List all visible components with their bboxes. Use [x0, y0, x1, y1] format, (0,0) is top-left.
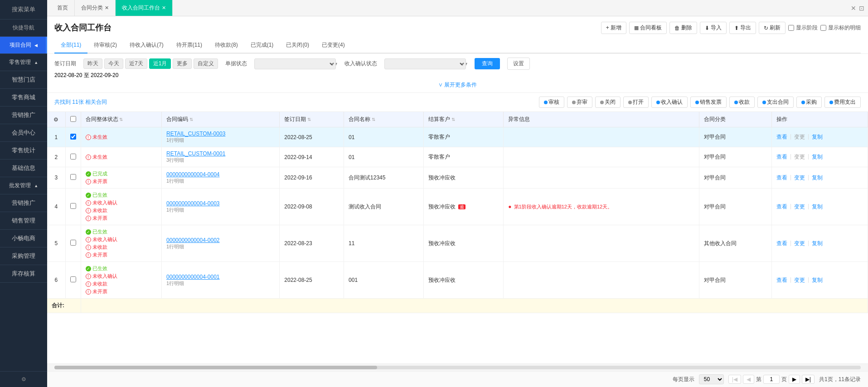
income-confirm-select[interactable]	[384, 58, 466, 69]
th-checkbox[interactable]	[65, 112, 81, 127]
window-maximize-icon[interactable]: ⊡	[859, 5, 864, 12]
sidebar-item-marketing2[interactable]: 营销推广	[0, 194, 47, 212]
date-btn-today[interactable]: 今天	[104, 58, 123, 69]
th-contract-code[interactable]: 合同编码	[162, 112, 280, 127]
sidebar-item-retail-mall[interactable]: 零售商城	[0, 89, 47, 106]
expand-filter-link[interactable]: ∨ 展开更多条件	[438, 82, 477, 88]
action-open-btn[interactable]: 打开	[623, 97, 649, 108]
show-stages-label[interactable]: 显示阶段	[788, 24, 818, 32]
row-checkbox[interactable]	[65, 147, 81, 167]
status-tab-pending-payment[interactable]: 待收款(8)	[209, 38, 244, 53]
sidebar-item-purchase[interactable]: 采购管理	[0, 247, 47, 265]
action-out-contract-btn[interactable]: 支出合同	[757, 97, 794, 108]
show-marks-label[interactable]: 显示标的明细	[820, 24, 861, 32]
th-sign-date[interactable]: 签订日期	[280, 112, 344, 127]
refresh-button[interactable]: ↻ 刷新	[759, 22, 786, 34]
page-first-btn[interactable]: |◀	[728, 375, 741, 384]
th-customer[interactable]: 结算客户	[424, 112, 504, 127]
op-copy[interactable]: 复制	[812, 153, 823, 161]
date-btn-more[interactable]: 更多	[173, 58, 192, 69]
kanban-button[interactable]: ▦ 合同看板	[629, 22, 667, 34]
op-view[interactable]: 查看	[776, 153, 787, 161]
action-purchase-btn[interactable]: 采购	[796, 97, 822, 108]
page-size-select[interactable]: 50 10 20 100	[699, 374, 724, 384]
op-view[interactable]: 查看	[776, 203, 787, 211]
sidebar-item-wholesale[interactable]: 批发管理 ▲	[0, 177, 47, 194]
row-checkbox[interactable]	[65, 189, 81, 225]
sidebar-item-retail[interactable]: 零售管理 ▲	[0, 54, 47, 71]
row-checkbox[interactable]	[65, 167, 81, 189]
status-tab-completed[interactable]: 已完成(1)	[244, 38, 280, 53]
contract-code-link[interactable]: 0000000000004-0001	[166, 274, 219, 280]
status-tab-closed[interactable]: 已关闭(0)	[280, 38, 315, 53]
op-copy[interactable]: 复制	[812, 133, 823, 141]
tab-close-contract-category[interactable]: ✕	[105, 5, 109, 11]
action-review-btn[interactable]: 审核	[539, 97, 564, 108]
doc-status-select[interactable]	[254, 58, 336, 69]
op-edit[interactable]: 变更	[794, 203, 805, 211]
contract-code-link[interactable]: RETAIL_CUSTOM-0001	[166, 150, 225, 157]
op-view[interactable]: 查看	[776, 133, 787, 141]
op-edit[interactable]: 变更	[794, 174, 805, 182]
status-tab-pending-invoice[interactable]: 待开票(11)	[170, 38, 209, 53]
action-payment-btn[interactable]: 收款	[729, 97, 755, 108]
settings-button[interactable]: 设置	[507, 58, 530, 70]
scrollbar-area[interactable]	[47, 363, 868, 371]
contract-code-link[interactable]: RETAIL_CUSTOM-0003	[166, 131, 225, 137]
sidebar-item-marketing[interactable]: 营销推广	[0, 106, 47, 124]
status-tab-all[interactable]: 全部(11)	[54, 38, 87, 53]
th-overall-status[interactable]: 合同整体状态	[81, 112, 162, 127]
select-all-checkbox[interactable]	[70, 116, 76, 122]
row-checkbox[interactable]	[65, 262, 81, 299]
op-edit[interactable]: 变更	[794, 276, 805, 284]
row-checkbox[interactable]	[65, 225, 81, 262]
page-next-btn[interactable]: ▶	[789, 375, 800, 384]
page-input[interactable]	[763, 375, 780, 384]
date-btn-yesterday[interactable]: 昨天	[83, 58, 102, 69]
status-tab-pending-review[interactable]: 待审核(2)	[87, 38, 123, 53]
new-button[interactable]: + 新增	[601, 22, 626, 34]
op-view[interactable]: 查看	[776, 276, 787, 284]
contract-code-link[interactable]: 0000000000004-0003	[166, 200, 219, 207]
tab-close-income-workbench[interactable]: ✕	[162, 5, 166, 11]
op-edit[interactable]: 变更	[794, 240, 805, 247]
action-sales-invoice-btn[interactable]: 销售发票	[690, 97, 727, 108]
contract-code-link[interactable]: 0000000000004-0004	[166, 171, 219, 178]
window-close-icon[interactable]: ✕	[851, 5, 856, 12]
sidebar-item-basic-info[interactable]: 基础信息	[0, 160, 47, 177]
op-copy[interactable]: 复制	[812, 276, 823, 284]
sidebar-item-retail-stats[interactable]: 零售统计	[0, 142, 47, 160]
date-btn-custom[interactable]: 自定义	[194, 58, 218, 69]
sidebar-item-member[interactable]: 会员中心	[0, 124, 47, 142]
sidebar-quick-nav[interactable]: 快捷导航	[0, 19, 47, 37]
horizontal-scrollbar[interactable]	[54, 366, 377, 369]
sidebar-item-ecom[interactable]: 小畅电商	[0, 230, 47, 247]
th-gear[interactable]: ⚙	[47, 112, 65, 127]
status-tab-changed[interactable]: 已变更(4)	[315, 38, 351, 53]
import-button[interactable]: ⬇ 导入	[700, 22, 727, 34]
tab-contract-category[interactable]: 合同分类 ✕	[75, 0, 116, 16]
action-expense-btn[interactable]: 费用支出	[824, 97, 861, 108]
tab-income-workbench[interactable]: 收入合同工作台 ✕	[116, 0, 173, 16]
sidebar-settings-icon[interactable]: ⚙	[0, 371, 47, 387]
sidebar-item-sales[interactable]: 销售管理	[0, 212, 47, 230]
sidebar-item-project[interactable]: 项目合同 ◀	[0, 37, 47, 54]
sidebar-item-smart-store[interactable]: 智慧门店	[0, 71, 47, 89]
op-copy[interactable]: 复制	[812, 203, 823, 211]
op-view[interactable]: 查看	[776, 174, 787, 182]
delete-button[interactable]: 🗑 删除	[669, 22, 697, 34]
op-view[interactable]: 查看	[776, 240, 787, 247]
date-btn-last7[interactable]: 近7天	[125, 58, 147, 69]
query-button[interactable]: 查询	[475, 58, 500, 69]
tab-home[interactable]: 首页	[51, 0, 75, 16]
action-abandon-btn[interactable]: 弃审	[567, 97, 592, 108]
show-stages-checkbox[interactable]	[788, 25, 794, 31]
th-contract-name[interactable]: 合同名称	[344, 112, 424, 127]
action-income-confirm-btn[interactable]: 收入确认	[651, 97, 688, 108]
op-copy[interactable]: 复制	[812, 240, 823, 247]
status-tab-pending-income[interactable]: 待收入确认(7)	[123, 38, 170, 53]
export-button[interactable]: ⬆ 导出	[729, 22, 756, 34]
page-prev-btn[interactable]: ◀	[743, 375, 754, 384]
row-checkbox[interactable]	[65, 127, 81, 147]
date-btn-last1m[interactable]: 近1月	[149, 58, 171, 69]
